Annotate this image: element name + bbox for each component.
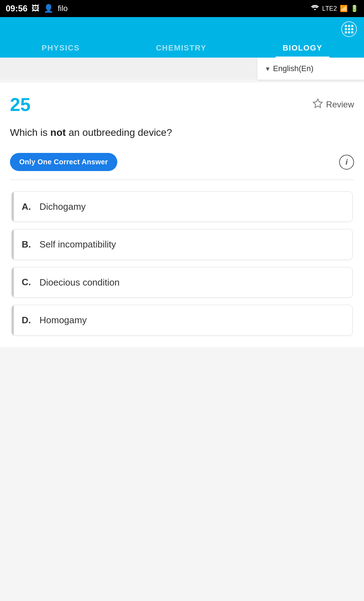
- svg-marker-0: [314, 99, 322, 107]
- chevron-down-icon: ▾: [266, 64, 269, 73]
- status-time: 09:56: [6, 4, 27, 14]
- main-content: 25 Review Which is not an outbreeding de…: [0, 83, 364, 347]
- option-d-letter: D.: [22, 315, 32, 326]
- status-left: 09:56 🖼 👤 filo: [6, 4, 68, 14]
- info-label: i: [346, 158, 348, 167]
- tab-chemistry[interactable]: CHEMISTRY: [149, 38, 213, 58]
- option-c-content: C. Dioecious condition: [14, 267, 352, 297]
- status-bar: 09:56 🖼 👤 filo LTE2 📶 🔋: [0, 0, 364, 17]
- question-number: 25: [10, 94, 31, 115]
- question-text: Which is not an outbreeding device?: [10, 125, 354, 140]
- option-a[interactable]: A. Dichogamy: [11, 191, 353, 222]
- option-c-text: Dioecious condition: [39, 276, 119, 289]
- answer-type-row: Only One Correct Answer i: [10, 153, 354, 171]
- option-a-text: Dichogamy: [39, 200, 86, 213]
- language-selector[interactable]: ▾ English(En): [257, 58, 364, 80]
- option-d-content: D. Homogamy: [14, 305, 352, 335]
- review-label: Review: [326, 100, 354, 110]
- question-header: 25 Review: [10, 94, 354, 115]
- option-b-letter: B.: [22, 239, 32, 250]
- option-c-letter: C.: [22, 277, 32, 288]
- wifi-icon: [311, 5, 319, 13]
- option-d[interactable]: D. Homogamy: [11, 305, 353, 335]
- status-right: LTE2 📶 🔋: [311, 5, 358, 13]
- section-divider: [10, 180, 354, 180]
- language-label: English(En): [273, 64, 314, 73]
- question-suffix: an outbreeding device?: [66, 127, 172, 138]
- account-icon: 👤: [44, 4, 53, 13]
- option-b-text: Self incompatibility: [39, 238, 116, 251]
- option-d-text: Homogamy: [39, 314, 87, 326]
- lte-label: LTE2: [322, 5, 337, 12]
- battery-icon: 🔋: [350, 5, 358, 12]
- language-bar: ▾ English(En): [0, 58, 364, 80]
- app-name-label: filo: [58, 4, 68, 13]
- tab-physics[interactable]: PHYSICS: [34, 38, 87, 58]
- image-icon: 🖼: [32, 4, 39, 13]
- options-list: A. Dichogamy B. Self incompatibility C. …: [10, 191, 354, 336]
- answer-type-badge[interactable]: Only One Correct Answer: [10, 153, 117, 171]
- option-c[interactable]: C. Dioecious condition: [11, 267, 353, 298]
- option-a-letter: A.: [22, 201, 32, 212]
- star-icon: [312, 98, 323, 111]
- info-button[interactable]: i: [339, 155, 354, 170]
- grid-menu-button[interactable]: [341, 21, 357, 37]
- header-top: [0, 17, 364, 38]
- grid-dots: [345, 25, 353, 33]
- question-bold: not: [50, 127, 66, 138]
- option-b-content: B. Self incompatibility: [14, 229, 352, 259]
- option-b[interactable]: B. Self incompatibility: [11, 229, 353, 260]
- review-button[interactable]: Review: [312, 98, 354, 111]
- option-a-content: A. Dichogamy: [14, 192, 352, 222]
- tab-biology[interactable]: BIOLOGY: [275, 38, 330, 58]
- app-header: PHYSICS CHEMISTRY BIOLOGY: [0, 17, 364, 58]
- question-prefix: Which is: [10, 127, 50, 138]
- tab-navigation: PHYSICS CHEMISTRY BIOLOGY: [0, 38, 364, 58]
- signal-icon: 📶: [340, 5, 348, 12]
